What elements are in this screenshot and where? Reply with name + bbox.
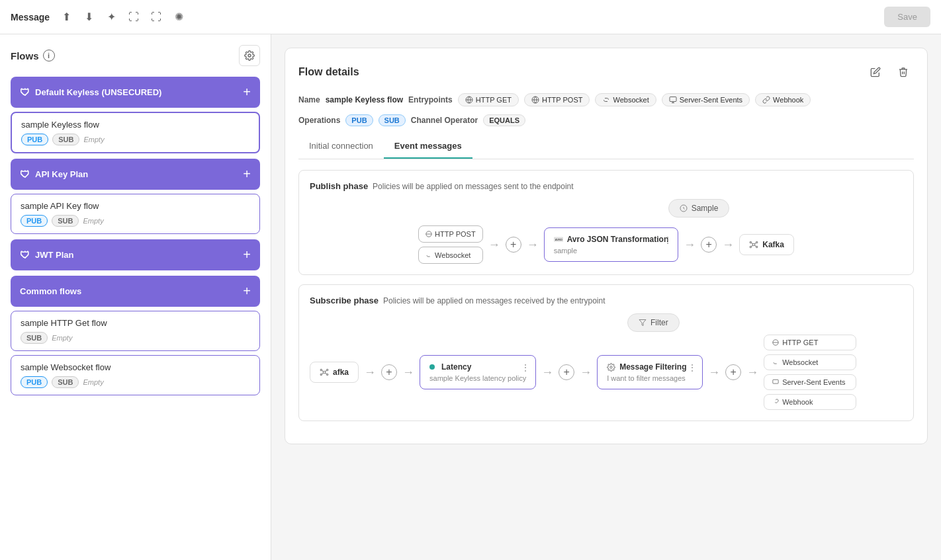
plan-name-default-keyless: Default Keyless (UNSECURED) xyxy=(35,87,161,97)
arrow-1: → xyxy=(488,238,500,252)
plan-add-button-common[interactable]: + xyxy=(243,284,251,299)
kafka-node: Kafka xyxy=(739,234,794,255)
arrow-2: → xyxy=(527,238,539,252)
flow-name-value: sample Keyless flow xyxy=(326,95,403,104)
msgfilter-menu-icon[interactable]: ⋮ xyxy=(688,362,697,373)
svg-line-19 xyxy=(754,243,756,244)
out-sse: Server-Sent Events xyxy=(764,374,856,390)
settings-button[interactable] xyxy=(239,45,260,66)
delete-flow-button[interactable] xyxy=(893,61,914,83)
tag-pub: PUB xyxy=(21,134,48,145)
tab-event-messages[interactable]: Event messages xyxy=(384,134,472,159)
icon-5[interactable]: ⛶ xyxy=(148,9,165,26)
main-layout: Flows i 🛡 Default Keyless (UNSECURED) + … xyxy=(0,34,941,560)
op-pub-badge: PUB xyxy=(345,114,373,126)
plan-header-jwt[interactable]: 🛡 JWT Plan + xyxy=(11,239,260,270)
save-button[interactable]: Save xyxy=(884,7,930,27)
policy-sub: sample xyxy=(554,247,669,255)
flow-item-http-get[interactable]: sample HTTP Get flow SUB Empty xyxy=(11,311,260,351)
svg-rect-35 xyxy=(773,380,778,383)
flow-item-keyless[interactable]: sample Keyless flow PUB SUB Empty xyxy=(11,112,260,153)
out-websocket: Websocket xyxy=(764,354,856,370)
sub-plus-3[interactable]: + xyxy=(725,364,741,380)
publish-phase: Publish phase Policies will be applied o… xyxy=(298,170,914,275)
flow-item-http-get-name: sample HTTP Get flow xyxy=(21,318,250,328)
plan-header-common[interactable]: Common flows + xyxy=(11,276,260,307)
flow-item-websocket[interactable]: sample Websocket flow PUB SUB Empty xyxy=(11,355,260,395)
publish-phase-title: Publish phase xyxy=(310,181,368,191)
plan-header-api-key[interactable]: 🛡 API Key Plan + xyxy=(11,159,260,190)
svg-point-32 xyxy=(610,366,612,368)
icon-1[interactable]: ⬆ xyxy=(58,9,75,26)
op-sub-badge: SUB xyxy=(379,114,406,126)
publish-phase-desc: Policies will be applied on messages sen… xyxy=(371,182,574,191)
plan-header-left: 🛡 Default Keyless (UNSECURED) xyxy=(20,87,161,98)
svg-point-14 xyxy=(750,241,751,243)
entrypoint-webhook: Webhook xyxy=(755,93,811,106)
sidebar-title-text: Flows xyxy=(11,50,39,61)
edit-flow-button[interactable] xyxy=(865,61,886,83)
tab-initial-connection[interactable]: Initial connection xyxy=(298,134,384,159)
flow-details-header: Flow details xyxy=(298,61,914,83)
svg-point-26 xyxy=(320,374,322,375)
tag-pub-api: PUB xyxy=(21,215,48,227)
topbar: Message ⬆ ⬇ ✦ ⛶ ⛶ ✺ Save xyxy=(0,0,941,34)
entrypoint-webhook-label: Webhook xyxy=(773,96,803,104)
svg-line-31 xyxy=(325,373,326,374)
msgfilter-node[interactable]: Message Filtering I want to filter messa… xyxy=(597,355,703,389)
info-icon[interactable]: i xyxy=(43,50,55,61)
subscribe-phase-title: Subscribe phase xyxy=(310,296,379,305)
svg-line-29 xyxy=(325,370,326,372)
flow-tags: PUB SUB Empty xyxy=(21,134,249,145)
arrow-4: → xyxy=(722,238,734,252)
sample-label-node: Sample xyxy=(668,199,730,218)
tag-empty-http: Empty xyxy=(52,334,72,342)
icon-2[interactable]: ⬇ xyxy=(80,9,97,26)
tabs: Initial connection Event messages xyxy=(298,134,914,159)
plan-add-button-default-keyless[interactable]: + xyxy=(243,85,251,100)
svg-line-28 xyxy=(322,370,324,372)
svg-point-16 xyxy=(750,246,751,247)
subscribe-phase: Subscribe phase Policies will be applied… xyxy=(298,284,914,421)
plus-2[interactable]: + xyxy=(701,237,717,253)
topbar-icons: ⬆ ⬇ ✦ ⛶ ⛶ ✺ xyxy=(58,9,187,26)
plan-add-button-api-key[interactable]: + xyxy=(243,167,251,182)
plan-add-button-jwt[interactable]: + xyxy=(243,247,251,262)
plan-default-keyless: 🛡 Default Keyless (UNSECURED) + sample K… xyxy=(11,77,260,153)
flow-item-api-name: sample API Key flow xyxy=(21,201,250,211)
filter-label-node: Filter xyxy=(627,313,680,332)
icon-3[interactable]: ✦ xyxy=(103,9,120,26)
latency-node[interactable]: Latency sample Keyless latency policy ⋮ xyxy=(420,355,536,389)
out-websocket-label: Websocket xyxy=(782,358,818,366)
avro-policy-node[interactable]: AVRO Avro JSON Transformation sample ⋮ xyxy=(544,227,679,262)
flow-item-api-key[interactable]: sample API Key flow PUB SUB Empty xyxy=(11,194,260,234)
icon-4[interactable]: ⛶ xyxy=(125,9,142,26)
out-http-get-label: HTTP GET xyxy=(782,339,818,346)
flow-meta-ops: Operations PUB SUB Channel Operator EQUA… xyxy=(298,114,914,126)
policy-menu-icon[interactable]: ⋮ xyxy=(663,235,672,245)
plan-header-left-common: Common flows xyxy=(20,286,81,296)
plus-1[interactable]: + xyxy=(506,237,521,253)
subscribe-phase-desc: Policies will be applied on messages rec… xyxy=(381,296,605,305)
icon-6[interactable]: ✺ xyxy=(170,9,187,26)
flow-tags-http: SUB Empty xyxy=(21,332,250,344)
tag-sub-api: SUB xyxy=(52,215,79,227)
out-http-get: HTTP GET xyxy=(764,335,856,350)
tab-initial-label: Initial connection xyxy=(309,141,373,151)
latency-menu-icon[interactable]: ⋮ xyxy=(521,362,530,373)
sub-plus-1[interactable]: + xyxy=(381,364,397,380)
kafka-sub-label: afka xyxy=(333,368,349,377)
subscribe-diagram: afka → + → Latency sample Keyless latenc… xyxy=(310,335,903,410)
svg-point-25 xyxy=(327,369,328,370)
entrypoint-websocket-label: Websocket xyxy=(613,96,649,104)
ep-websocket-label: Websocket xyxy=(435,251,470,259)
entrypoint-http-get: HTTP GET xyxy=(458,93,519,106)
topbar-left: Message ⬆ ⬇ ✦ ⛶ ⛶ ✺ xyxy=(11,9,187,26)
plan-header-default-keyless[interactable]: 🛡 Default Keyless (UNSECURED) + xyxy=(11,77,260,108)
tag-empty-api: Empty xyxy=(83,217,103,225)
out-webhook: Webhook xyxy=(764,394,856,410)
tag-sub: SUB xyxy=(52,134,79,145)
sub-plus-2[interactable]: + xyxy=(559,364,574,380)
publish-diagram: HTTP POST Websocket → + → xyxy=(418,225,794,264)
shield-icon-api: 🛡 xyxy=(20,169,30,180)
